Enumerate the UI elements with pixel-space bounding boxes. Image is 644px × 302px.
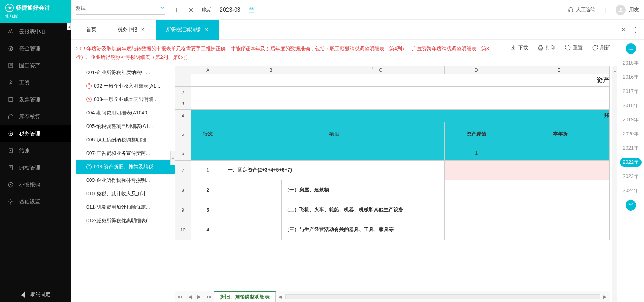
- download-icon: [510, 45, 516, 51]
- year-2022年[interactable]: 2022年: [620, 158, 642, 167]
- report-item-7[interactable]: ?008-资产折旧、摊销及纳税...: [76, 160, 175, 174]
- year-2015年[interactable]: 2015年: [620, 59, 642, 67]
- year-2020年[interactable]: 2020年: [620, 130, 642, 138]
- logo-icon: ✦: [5, 4, 14, 12]
- year-2018年[interactable]: 2018年: [620, 101, 642, 110]
- settings-button[interactable]: [188, 7, 194, 13]
- row-header[interactable]: 8: [175, 180, 191, 200]
- nav-item-10[interactable]: 基础设置: [0, 193, 71, 210]
- action-bar: 下载 打印 重置 刷新: [510, 45, 610, 51]
- horizontal-scrollbar[interactable]: ⋮⋮ ◀ ▶: [276, 294, 610, 300]
- row-header[interactable]: 3: [175, 98, 191, 109]
- nav-item-7[interactable]: 结账: [0, 142, 71, 159]
- row-header[interactable]: 5: [175, 122, 191, 146]
- nav-item-9[interactable]: 小畅报销: [0, 176, 71, 193]
- report-item-0[interactable]: 001-企业所得税年度纳税申...: [76, 66, 175, 79]
- report-item-11[interactable]: 012-减免所得税优惠明细表(...: [76, 214, 175, 228]
- print-icon: [537, 45, 544, 51]
- warning-icon: ?: [86, 97, 92, 102]
- reset-button[interactable]: 重置: [565, 45, 583, 51]
- year-2016年[interactable]: 2016年: [620, 73, 642, 82]
- year-2017年[interactable]: 2017年: [620, 87, 642, 96]
- refresh-icon: [592, 45, 598, 51]
- item-cell[interactable]: （一）房屋、建筑物: [282, 180, 445, 200]
- user-menu[interactable]: 用友: [616, 5, 639, 15]
- nav-item-3[interactable]: 工资: [0, 74, 71, 91]
- col-header-B[interactable]: B: [225, 66, 317, 74]
- report-item-10[interactable]: 011-研发费用加计扣除优惠...: [76, 201, 175, 214]
- nav-item-5[interactable]: 库存核算: [0, 108, 71, 125]
- item-cell[interactable]: （二）飞机、火车、轮船、机器、机械和其他生产设备: [282, 200, 445, 220]
- nav-item-0[interactable]: 云报表中心: [0, 23, 71, 40]
- col-orig: 资产原值: [445, 122, 508, 146]
- report-item-1[interactable]: ?002-一般企业收入明细表(A1...: [76, 79, 175, 93]
- report-list-collapse[interactable]: «: [170, 151, 175, 165]
- svg-rect-13: [539, 47, 543, 49]
- col-header-A[interactable]: A: [191, 66, 225, 74]
- corner-cell[interactable]: [175, 66, 191, 74]
- year-down-button[interactable]: ︾: [626, 200, 636, 211]
- report-item-4[interactable]: 005-纳税调整项目明细表(A1...: [76, 120, 175, 133]
- main: 测试 ﹀ ＋ 账期 2023-03 人工咨询 |: [71, 0, 644, 302]
- tab-0[interactable]: 首页: [76, 20, 107, 40]
- row-header[interactable]: 6: [175, 146, 191, 160]
- sheet-first-button[interactable]: ⏮: [178, 294, 183, 300]
- nav-item-2[interactable]: 固定资产: [0, 57, 71, 74]
- scroll-left-button[interactable]: ◀: [278, 294, 282, 300]
- unpin-button[interactable]: ◀▏ 取消固定: [0, 287, 71, 302]
- refresh-button[interactable]: 刷新: [592, 45, 610, 51]
- report-item-3[interactable]: 004-期间费用明细表(A1040...: [76, 106, 175, 120]
- tabs-more-button[interactable]: ⋮: [633, 26, 639, 34]
- grid-body[interactable]: 1 资产 2 3: [175, 74, 610, 291]
- tab-close-icon[interactable]: ✕: [141, 27, 145, 32]
- print-button[interactable]: 打印: [537, 45, 555, 51]
- support-button[interactable]: 人工咨询: [567, 7, 596, 13]
- report-item-8[interactable]: 009-企业所得税弥补亏损明...: [76, 174, 175, 187]
- report-item-6[interactable]: 007-广告费和业务宣传费跨...: [76, 147, 175, 160]
- nav-collapse-handle[interactable]: ◂: [67, 23, 71, 30]
- scroll-right-button[interactable]: ▶: [603, 294, 607, 300]
- content: 2019年度涉及取以前年度结转数据的申报表单元格需要手工维护正确，才能保证本年及…: [71, 40, 644, 302]
- row-header[interactable]: 2: [175, 87, 191, 98]
- nav-icon: [7, 164, 14, 171]
- year-2023年[interactable]: 2023年: [620, 172, 642, 181]
- nav-item-6[interactable]: 税务管理: [0, 125, 71, 142]
- nav-item-1[interactable]: ¥资金管理: [0, 40, 71, 57]
- nav: ◂ 云报表中心¥资金管理固定资产工资发票管理库存核算税务管理结账归档管理小畅报销…: [0, 23, 71, 287]
- tab-close-icon[interactable]: ✕: [204, 27, 208, 32]
- sheet-prev-button[interactable]: ◀: [188, 294, 192, 300]
- item-cell[interactable]: （三）与生产经营活动有关的器具、工具、家具等: [282, 220, 445, 240]
- year-2021年[interactable]: 2021年: [620, 144, 642, 152]
- tab-1[interactable]: 税务申报✕: [107, 20, 156, 40]
- calendar-button[interactable]: [248, 7, 255, 13]
- row-header[interactable]: 4: [175, 110, 191, 122]
- col-header-D[interactable]: D: [445, 66, 508, 74]
- row-header[interactable]: 9: [175, 200, 191, 220]
- col-header-C[interactable]: C: [317, 66, 445, 74]
- nav-item-8[interactable]: 归档管理: [0, 159, 71, 176]
- company-dropdown[interactable]: 测试 ﹀: [76, 5, 165, 15]
- sheet-tab[interactable]: 折旧、摊销调整明细表: [214, 291, 276, 302]
- sidebar: ✦ 畅捷通好会计 旗舰版 ◂ 云报表中心¥资金管理固定资产工资发票管理库存核算税…: [0, 0, 71, 302]
- nav-item-4[interactable]: 发票管理: [0, 91, 71, 108]
- close-all-button[interactable]: ✕: [621, 26, 626, 34]
- year-2024年[interactable]: 2024年: [620, 186, 642, 195]
- report-item-5[interactable]: 006-职工薪酬纳税调整明细...: [76, 133, 175, 147]
- item-cell[interactable]: 一、固定资产(2+3+4+5+6+7): [225, 161, 445, 180]
- row-header[interactable]: 10: [175, 220, 191, 240]
- row-header[interactable]: 7: [175, 161, 191, 180]
- sheet-expand-handle[interactable]: »: [612, 66, 617, 302]
- year-2019年[interactable]: 2019年: [620, 116, 642, 124]
- row-header[interactable]: 1: [175, 74, 191, 86]
- nav-icon: [7, 198, 14, 205]
- sheet-next-button[interactable]: ▶: [197, 294, 201, 300]
- year-up-button[interactable]: ︽: [626, 43, 636, 54]
- add-button[interactable]: ＋: [173, 5, 180, 15]
- tab-2[interactable]: 所得税汇算清缴✕: [156, 20, 219, 40]
- col-header-E[interactable]: E: [508, 66, 610, 74]
- report-item-2[interactable]: ?003-一般企业成本支出明细...: [76, 93, 175, 106]
- report-item-9[interactable]: 010-免税、减计收入及加计...: [76, 187, 175, 201]
- sheet-last-button[interactable]: ⏭: [207, 294, 211, 300]
- period-value: 2023-03: [220, 7, 241, 13]
- download-button[interactable]: 下载: [510, 45, 528, 51]
